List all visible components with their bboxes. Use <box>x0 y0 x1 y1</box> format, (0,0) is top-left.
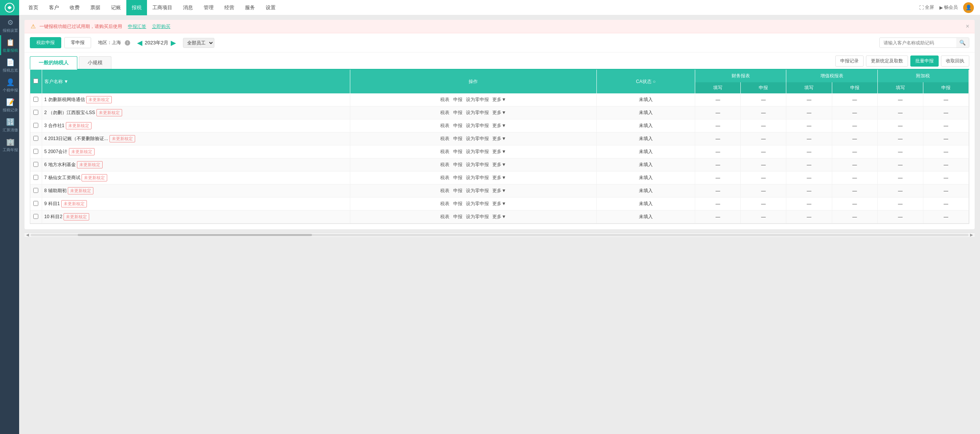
row9-check[interactable] <box>33 201 38 206</box>
nav-settings[interactable]: 设置 <box>260 0 281 15</box>
row5-op-zero[interactable]: 设为零申报 <box>465 149 490 154</box>
sub-tab-general[interactable]: 一般的纳税人 <box>30 56 77 70</box>
row4-op-declare[interactable]: 申报 <box>452 136 464 141</box>
select-all-checkbox[interactable] <box>33 78 38 83</box>
nav-operation[interactable]: 经营 <box>219 0 240 15</box>
row3-op-zero[interactable]: 设为零申报 <box>465 123 490 128</box>
row8-op-tax[interactable]: 税表 <box>439 188 451 193</box>
horizontal-scrollbar[interactable]: ◀ ▶ <box>24 232 975 237</box>
date-next-button[interactable]: ▶ <box>171 39 176 46</box>
notice-link-buy[interactable]: 立即购买 <box>152 23 170 30</box>
row4-check[interactable] <box>33 136 38 141</box>
row4-op-tax[interactable]: 税表 <box>439 136 451 141</box>
region-info-icon[interactable]: i <box>125 40 130 46</box>
row7-op-tax[interactable]: 税表 <box>439 175 451 180</box>
sidebar-item-tax-settings[interactable]: ⚙ 报税设置 <box>0 15 19 35</box>
row8-check[interactable] <box>33 188 38 193</box>
row7-check[interactable] <box>33 175 38 180</box>
scroll-track[interactable] <box>31 234 969 236</box>
row6-op-zero[interactable]: 设为零申报 <box>465 162 490 167</box>
search-button[interactable]: 🔍 <box>956 38 969 47</box>
sub-tab-small[interactable]: 小规模 <box>79 56 111 69</box>
dept-dropdown[interactable]: 全部员工 <box>183 38 214 48</box>
row3-op-declare[interactable]: 申报 <box>452 123 464 128</box>
row2-op-zero[interactable]: 设为零申报 <box>465 110 490 115</box>
row1-op-zero[interactable]: 设为零申报 <box>465 97 490 102</box>
row7-op-more[interactable]: 更多▼ <box>491 175 507 180</box>
date-prev-button[interactable]: ◀ <box>137 39 142 46</box>
row5-op-declare[interactable]: 申报 <box>452 149 464 154</box>
row1-op-declare[interactable]: 申报 <box>452 97 464 102</box>
row3-op-more[interactable]: 更多▼ <box>491 123 507 128</box>
row6-op-more[interactable]: 更多▼ <box>491 162 507 167</box>
nav-tax[interactable]: 报税 <box>126 0 147 15</box>
sidebar-item-tax-overview[interactable]: 📄 报税总览 <box>0 55 19 75</box>
sidebar-item-personal-tax[interactable]: 👤 个税申报 <box>0 75 19 95</box>
nav-fee[interactable]: 收费 <box>64 0 85 15</box>
row4-op-zero[interactable]: 设为零申报 <box>465 136 490 141</box>
row10-op-zero[interactable]: 设为零申报 <box>465 214 490 219</box>
row7-op-zero[interactable]: 设为零申报 <box>465 175 490 180</box>
nav-business[interactable]: 工商项目 <box>147 0 178 15</box>
row1-op-tax[interactable]: 税表 <box>439 97 451 102</box>
row7-op-declare[interactable]: 申报 <box>452 175 464 180</box>
sidebar-item-annual-report[interactable]: 🏢 工商年报 <box>0 135 19 155</box>
batch-declare-button[interactable]: 批量申报 <box>910 55 939 67</box>
notice-link-declare[interactable]: 申报汇签 <box>128 23 146 30</box>
row8-op-more[interactable]: 更多▼ <box>491 188 507 193</box>
row6-op-tax[interactable]: 税表 <box>439 162 451 167</box>
table-row: 4 2013日记账（不要删除验证... 未更新核定 税表 申报 设为零申报 更多… <box>30 132 969 145</box>
scroll-right-arrow[interactable]: ▶ <box>970 233 973 237</box>
row10-op-tax[interactable]: 税表 <box>439 214 451 219</box>
row3-op-tax[interactable]: 税表 <box>439 123 451 128</box>
tab-tax-declare[interactable]: 税款申报 <box>30 37 61 48</box>
row5-op-more[interactable]: 更多▼ <box>491 149 507 154</box>
row1-op-more[interactable]: 更多▼ <box>491 97 507 102</box>
nav-home[interactable]: 首页 <box>23 0 44 15</box>
user-avatar[interactable]: 👤 <box>963 2 974 13</box>
row10-op-declare[interactable]: 申报 <box>452 214 464 219</box>
tab-zero-declare[interactable]: 零申报 <box>64 37 91 48</box>
row6-op-declare[interactable]: 申报 <box>452 162 464 167</box>
row5-check[interactable] <box>33 149 38 154</box>
row1-check[interactable] <box>33 97 38 102</box>
nav-service[interactable]: 服务 <box>240 0 260 15</box>
app-logo[interactable] <box>0 0 19 15</box>
notice-close-button[interactable]: × <box>966 23 969 30</box>
row5-op-tax[interactable]: 税表 <box>439 149 451 154</box>
row4-op-more[interactable]: 更多▼ <box>491 136 507 141</box>
row9-op-zero[interactable]: 设为零申报 <box>465 201 490 206</box>
sidebar-item-settlement[interactable]: 🔢 汇算清缴 <box>0 115 19 135</box>
sidebar-item-batch-tax[interactable]: 📋 批量报税 <box>0 35 19 55</box>
update-verify-button[interactable]: 更新统定及取数 <box>866 55 908 67</box>
row9-op-tax[interactable]: 税表 <box>439 201 451 206</box>
nav-manage[interactable]: 管理 <box>198 0 219 15</box>
row3-check[interactable] <box>33 123 38 128</box>
scroll-thumb[interactable] <box>78 234 312 236</box>
table-row: 5 2007会计 未更新核定 税表 申报 设为零申报 更多▼ 未填入 — <box>30 145 969 158</box>
row10-check[interactable] <box>33 214 38 219</box>
scroll-left-arrow[interactable]: ◀ <box>26 233 29 237</box>
fullscreen-button[interactable]: ⛶ 全屏 <box>919 4 934 11</box>
row2-op-tax[interactable]: 税表 <box>439 110 451 115</box>
row6-check[interactable] <box>33 162 38 167</box>
dept-select[interactable]: 全部员工 <box>183 38 214 48</box>
search-input[interactable] <box>880 38 956 47</box>
row8-op-declare[interactable]: 申报 <box>452 188 464 193</box>
row9-op-declare[interactable]: 申报 <box>452 201 464 206</box>
nav-client[interactable]: 客户 <box>44 0 64 15</box>
nav-message[interactable]: 消息 <box>178 0 198 15</box>
row9-op-more[interactable]: 更多▼ <box>491 201 507 206</box>
row10-op-more[interactable]: 更多▼ <box>491 214 507 219</box>
row2-check[interactable] <box>33 110 38 115</box>
member-button[interactable]: ▶ 畅会员 <box>939 4 958 11</box>
row1-c5: — <box>877 93 923 106</box>
nav-bookkeeping[interactable]: 记账 <box>106 0 126 15</box>
declare-record-button[interactable]: 申报记录 <box>835 55 864 67</box>
sidebar-item-tax-record[interactable]: 📝 报税记录 <box>0 95 19 115</box>
take-back-button[interactable]: 收取回执 <box>941 55 969 67</box>
row2-op-more[interactable]: 更多▼ <box>491 110 507 115</box>
row8-op-zero[interactable]: 设为零申报 <box>465 188 490 193</box>
nav-invoice[interactable]: 票据 <box>85 0 106 15</box>
row2-op-declare[interactable]: 申报 <box>452 110 464 115</box>
